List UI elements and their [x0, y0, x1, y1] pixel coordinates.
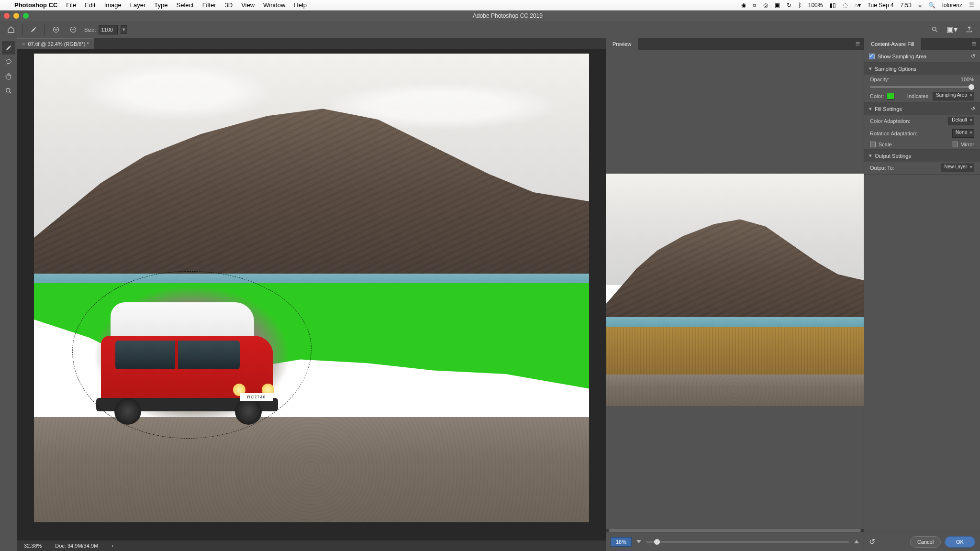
sampling-options-header[interactable]: ▾ Sampling Options: [864, 63, 980, 75]
wifi-icon[interactable]: ⏚: [918, 2, 922, 9]
preview-panel-menu-icon[interactable]: ≡: [852, 40, 864, 48]
clock-date[interactable]: Tue Sep 4: [868, 2, 894, 9]
menu-edit[interactable]: Edit: [85, 1, 95, 9]
canvas-viewport[interactable]: RC7746: [17, 49, 606, 540]
rotation-adaptation-label: Rotation Adaptation:: [870, 131, 917, 136]
chevron-down-icon: ▾: [869, 153, 872, 159]
preview-zoom-slider[interactable]: [646, 541, 849, 543]
document-tab[interactable]: × 07.tif @ 32.4% (RGB/8*) *: [17, 38, 94, 49]
menu-image[interactable]: Image: [104, 1, 122, 9]
color-adaptation-select[interactable]: Default: [948, 117, 974, 125]
output-to-select[interactable]: New Layer: [941, 164, 974, 172]
screencapture-icon[interactable]: ▣: [775, 2, 780, 9]
menu-file[interactable]: File: [66, 1, 76, 9]
window-minimize-button[interactable]: [13, 13, 19, 19]
battery-text[interactable]: 100%: [808, 2, 823, 9]
menu-3d[interactable]: 3D: [225, 1, 233, 9]
macos-menubar: Photoshop CC File Edit Image Layer Type …: [0, 0, 980, 11]
preview-zoom-controls: [606, 532, 864, 551]
home-menu-icon[interactable]: ⌂▾: [854, 2, 860, 9]
scale-label: Scale: [879, 142, 892, 147]
mirror-checkbox[interactable]: [952, 142, 958, 147]
lasso-tool[interactable]: [2, 55, 15, 69]
control-center-icon[interactable]: ☰: [969, 2, 974, 9]
close-tab-icon[interactable]: ×: [22, 41, 25, 47]
document-canvas[interactable]: RC7746: [34, 54, 589, 522]
current-tool-brush-icon[interactable]: [27, 23, 40, 36]
hand-tool[interactable]: [2, 70, 15, 83]
home-button[interactable]: [5, 23, 17, 36]
menu-window[interactable]: Window: [263, 1, 285, 9]
svg-point-3: [6, 88, 10, 92]
share-icon[interactable]: [963, 23, 975, 36]
fill-settings-header[interactable]: ▾ Fill Settings ↺: [864, 103, 980, 115]
sync-icon[interactable]: ↻: [787, 2, 791, 9]
cc-icon[interactable]: ◎: [763, 2, 768, 9]
indicates-select[interactable]: Sampling Area: [933, 92, 974, 100]
menu-type[interactable]: Type: [154, 1, 167, 9]
doc-size-status[interactable]: Doc: 34.9M/34.9M: [55, 543, 98, 549]
menu-select[interactable]: Select: [176, 1, 193, 9]
add-to-selection-icon[interactable]: [50, 23, 62, 36]
menu-layer[interactable]: Layer: [130, 1, 146, 9]
window-title: Adobe Photoshop CC 2019: [35, 12, 980, 19]
preview-zoom-input[interactable]: [611, 537, 632, 547]
caf-panel-menu-icon[interactable]: ≡: [968, 40, 980, 48]
reset-all-icon[interactable]: ↺: [869, 537, 875, 546]
shield-icon[interactable]: ◉: [741, 2, 746, 9]
preview-viewport[interactable]: [606, 50, 864, 529]
chevron-down-icon: ▾: [869, 66, 872, 72]
spotlight-icon[interactable]: 🔍: [928, 2, 935, 9]
reset-section-icon[interactable]: ↺: [971, 53, 975, 59]
sampling-brush-tool[interactable]: [2, 41, 15, 55]
menu-view[interactable]: View: [241, 1, 255, 9]
mirror-label: Mirror: [960, 142, 974, 147]
tools-panel: [0, 38, 17, 551]
opacity-slider[interactable]: [870, 86, 974, 88]
image-van: RC7746: [77, 274, 307, 436]
zoom-out-icon[interactable]: [636, 540, 641, 543]
sampling-color-swatch[interactable]: [887, 93, 894, 99]
show-sampling-label: Show Sampling Area: [878, 54, 926, 59]
show-sampling-checkbox[interactable]: [869, 54, 875, 59]
bluetooth-icon[interactable]: ᛒ: [798, 2, 802, 9]
window-close-button[interactable]: [4, 13, 10, 19]
brush-size-dropdown[interactable]: ▾: [121, 25, 127, 34]
opacity-value[interactable]: 100%: [961, 77, 974, 82]
app-name[interactable]: Photoshop CC: [14, 1, 57, 9]
subtract-from-selection-icon[interactable]: [67, 23, 79, 36]
preview-tab[interactable]: Preview: [606, 38, 638, 50]
battery-icon[interactable]: ▮▯: [829, 2, 836, 9]
output-to-label: Output To:: [870, 165, 894, 171]
menu-filter[interactable]: Filter: [202, 1, 216, 9]
rotation-adaptation-select[interactable]: None: [952, 129, 974, 138]
chevron-down-icon: ▾: [869, 106, 872, 112]
scale-checkbox[interactable]: [870, 142, 876, 147]
caf-panel-tab[interactable]: Content-Aware Fill: [864, 38, 921, 50]
image-cloud: [82, 63, 273, 121]
document-status-bar: 32.38% Doc: 34.9M/34.9M ›: [17, 540, 606, 551]
ring-icon[interactable]: ◌: [843, 2, 847, 9]
search-icon[interactable]: [928, 23, 941, 36]
zoom-tool[interactable]: [2, 84, 15, 98]
dropbox-icon[interactable]: ⧈: [753, 2, 757, 9]
ok-button[interactable]: OK: [945, 536, 975, 548]
menu-help[interactable]: Help: [294, 1, 307, 9]
zoom-status[interactable]: 32.38%: [24, 543, 42, 549]
window-titlebar: Adobe Photoshop CC 2019: [0, 11, 980, 21]
preview-result: [606, 174, 864, 406]
reset-fill-icon[interactable]: ↺: [971, 106, 975, 112]
zoom-in-icon[interactable]: [854, 540, 859, 543]
output-settings-header[interactable]: ▾ Output Settings: [864, 150, 980, 162]
user-name[interactable]: lolorenz: [942, 2, 962, 9]
workspace-switcher-icon[interactable]: ▣▾: [946, 23, 958, 36]
window-maximize-button[interactable]: [23, 13, 29, 19]
options-bar: Size: ▾ ▣▾: [0, 21, 980, 38]
svg-point-2: [932, 27, 936, 31]
color-label: Color:: [870, 93, 884, 99]
brush-size-input[interactable]: [99, 25, 118, 34]
cancel-button[interactable]: Cancel: [910, 536, 941, 548]
status-flyout-icon[interactable]: ›: [111, 543, 113, 549]
document-tab-bar: × 07.tif @ 32.4% (RGB/8*) *: [17, 38, 606, 49]
clock-time[interactable]: 7:53: [901, 2, 912, 9]
